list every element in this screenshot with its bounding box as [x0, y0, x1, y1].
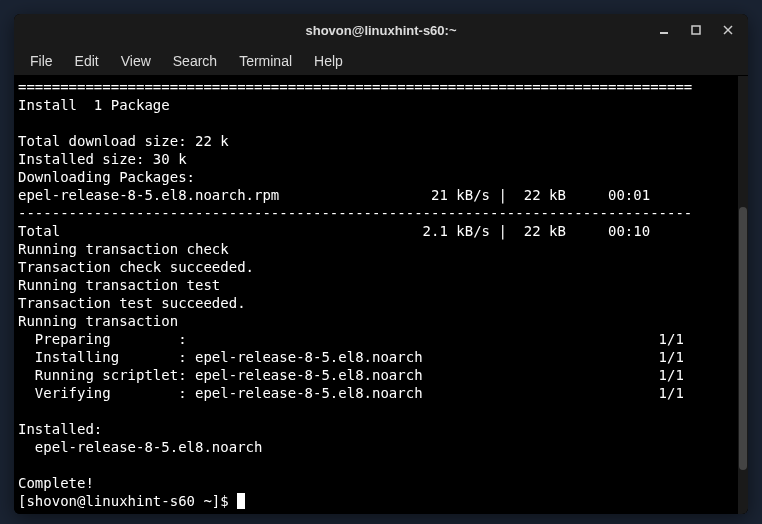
cursor [237, 493, 245, 509]
close-button[interactable] [712, 16, 744, 44]
menu-terminal[interactable]: Terminal [229, 49, 302, 73]
terminal-window: shovon@linuxhint-s60:~ File Edit View Se… [14, 14, 748, 514]
menu-edit[interactable]: Edit [65, 49, 109, 73]
svg-rect-1 [692, 26, 700, 34]
maximize-icon [691, 25, 701, 35]
svg-rect-0 [660, 32, 668, 34]
terminal-text: ========================================… [18, 79, 692, 491]
menu-file[interactable]: File [20, 49, 63, 73]
menu-view[interactable]: View [111, 49, 161, 73]
menu-search[interactable]: Search [163, 49, 227, 73]
window-controls [648, 16, 744, 44]
window-title: shovon@linuxhint-s60:~ [306, 23, 457, 38]
minimize-button[interactable] [648, 16, 680, 44]
menu-help[interactable]: Help [304, 49, 353, 73]
scrollbar[interactable] [738, 76, 748, 514]
minimize-icon [659, 25, 669, 35]
scrollbar-thumb[interactable] [739, 207, 747, 470]
prompt: [shovon@linuxhint-s60 ~]$ [18, 493, 237, 509]
close-icon [723, 25, 733, 35]
terminal-output[interactable]: ========================================… [14, 76, 748, 514]
maximize-button[interactable] [680, 16, 712, 44]
titlebar[interactable]: shovon@linuxhint-s60:~ [14, 14, 748, 46]
menubar: File Edit View Search Terminal Help [14, 46, 748, 76]
